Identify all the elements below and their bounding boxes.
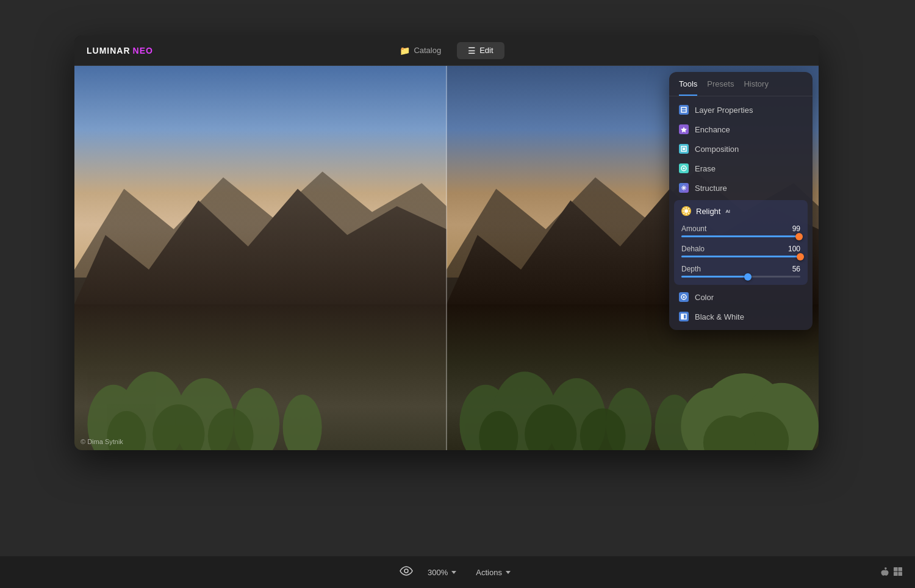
svg-rect-29: [683, 148, 685, 150]
dehalo-thumb[interactable]: [797, 253, 804, 260]
relight-icon: [681, 206, 691, 216]
dehalo-value: 100: [788, 245, 800, 253]
tool-color[interactable]: Color: [669, 287, 813, 307]
tool-enchance[interactable]: Enchance: [669, 120, 813, 139]
dehalo-track[interactable]: [681, 256, 800, 257]
logo-neo-text: NEO: [133, 46, 153, 56]
tool-erase[interactable]: Erase: [669, 159, 813, 178]
tool-layer-properties-label: Layer Properties: [695, 106, 753, 115]
nav-buttons: 📁 Catalog ☰ Edit: [389, 42, 504, 59]
svg-marker-27: [681, 127, 687, 132]
tools-panel: Tools Presets History Layer Properties: [669, 72, 813, 330]
enchance-icon: [679, 124, 689, 134]
relight-section: Relight AI Amount 99: [674, 200, 808, 285]
tab-history[interactable]: History: [744, 79, 768, 96]
depth-label-row: Depth 56: [681, 265, 800, 273]
erase-icon: [679, 163, 689, 173]
toolbar-right: [880, 567, 903, 578]
catalog-button[interactable]: 📁 Catalog: [389, 42, 452, 59]
app-logo: LUMINAR NEO: [87, 46, 153, 56]
depth-fill: [681, 276, 748, 278]
tools-list: Layer Properties Enchance Composition: [669, 96, 813, 330]
actions-button[interactable]: Actions: [471, 565, 515, 579]
os-icons: [880, 567, 903, 578]
dehalo-label: Dehalo: [681, 245, 705, 253]
apple-icon: [880, 567, 889, 578]
svg-point-49: [404, 569, 408, 573]
svg-point-6: [283, 394, 322, 450]
mountains-left: [74, 143, 447, 316]
actions-chevron: [506, 571, 511, 574]
actions-label: Actions: [476, 568, 502, 577]
ground-left: [74, 304, 447, 450]
depth-value: 56: [792, 265, 800, 273]
tool-structure-label: Structure: [695, 184, 727, 193]
depth-thumb[interactable]: [744, 273, 752, 281]
tool-composition[interactable]: Composition: [669, 139, 813, 159]
amount-label: Amount: [681, 224, 706, 233]
svg-line-43: [688, 209, 689, 210]
dehalo-slider-row: Dehalo 100: [681, 245, 800, 257]
panel-tabs: Tools Presets History: [669, 72, 813, 96]
amount-label-row: Amount 99: [681, 224, 800, 233]
tool-erase-label: Erase: [695, 164, 716, 173]
visibility-icon[interactable]: [400, 566, 413, 579]
catalog-icon: 📁: [400, 46, 410, 56]
svg-point-46: [683, 296, 685, 298]
tool-structure[interactable]: Structure: [669, 178, 813, 198]
depth-track[interactable]: [681, 276, 800, 278]
zoom-display[interactable]: 300%: [423, 565, 461, 579]
svg-line-42: [688, 213, 689, 214]
zoom-chevron: [451, 571, 456, 574]
tool-layer-properties[interactable]: Layer Properties: [669, 100, 813, 120]
split-line: [446, 66, 447, 450]
tab-presets[interactable]: Presets: [707, 79, 734, 96]
svg-line-44: [684, 213, 685, 214]
structure-icon: [679, 183, 689, 193]
vegetation-corner: [670, 335, 819, 450]
dehalo-label-row: Dehalo 100: [681, 245, 800, 253]
title-bar: LUMINAR NEO 📁 Catalog ☰ Edit: [74, 35, 819, 66]
edit-icon: ☰: [468, 46, 476, 56]
amount-slider-row: Amount 99: [681, 224, 800, 237]
windows-icon: [893, 567, 903, 578]
tool-bw-label: Black & White: [695, 312, 744, 321]
svg-rect-51: [899, 567, 903, 572]
logo-luminar-text: LUMINAR: [87, 46, 131, 56]
canvas-area: © Dima Sytnik Tools Presets History Laye…: [74, 66, 819, 450]
depth-label: Depth: [681, 265, 701, 273]
svg-line-41: [684, 209, 685, 210]
amount-value: 99: [792, 224, 800, 233]
depth-slider-row: Depth 56: [681, 265, 800, 278]
svg-rect-52: [894, 572, 898, 576]
landscape-left: [74, 66, 447, 450]
amount-track[interactable]: [681, 235, 800, 237]
tool-composition-label: Composition: [695, 145, 739, 154]
relight-header[interactable]: Relight AI: [674, 200, 808, 222]
relight-controls: Amount 99 Dehalo 1: [674, 222, 808, 285]
amount-fill: [681, 235, 799, 237]
zoom-value: 300%: [428, 568, 448, 577]
svg-rect-53: [899, 572, 903, 576]
svg-point-31: [683, 168, 685, 170]
edit-button[interactable]: ☰ Edit: [457, 42, 504, 59]
copyright-text: © Dima Sytnik: [81, 438, 123, 445]
toolbar-center: 300% Actions: [400, 565, 515, 579]
photo-left: [74, 66, 447, 450]
relight-superscript: AI: [725, 209, 730, 214]
dehalo-fill: [681, 256, 800, 257]
amount-thumb[interactable]: [795, 233, 803, 240]
color-icon: [679, 292, 689, 302]
svg-rect-48: [681, 314, 684, 319]
app-window: LUMINAR NEO 📁 Catalog ☰ Edit: [74, 35, 819, 450]
bottom-toolbar: 300% Actions: [0, 556, 915, 588]
relight-label: Relight: [696, 207, 720, 216]
layer-properties-icon: [679, 105, 689, 115]
tool-color-label: Color: [695, 293, 714, 302]
tab-tools[interactable]: Tools: [679, 79, 697, 96]
svg-point-36: [684, 209, 688, 213]
composition-icon: [679, 144, 689, 154]
bw-icon: [679, 312, 689, 321]
tool-enchance-label: Enchance: [695, 125, 730, 134]
tool-bw[interactable]: Black & White: [669, 307, 813, 326]
